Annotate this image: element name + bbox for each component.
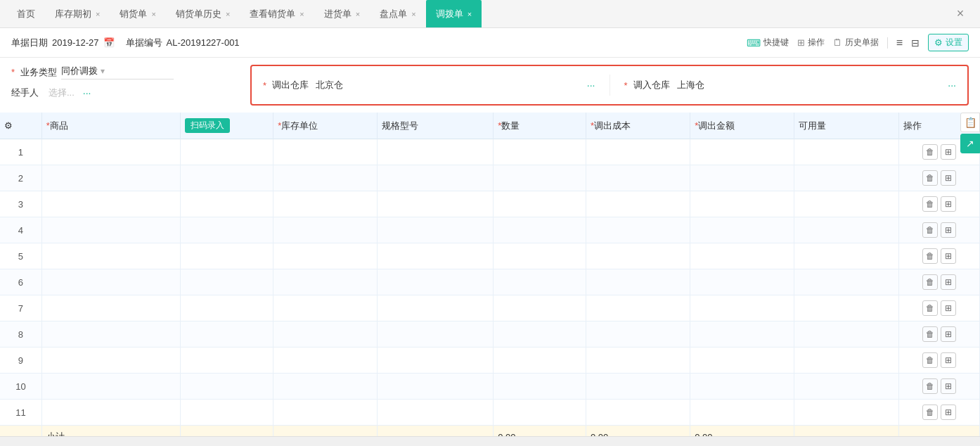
in-warehouse-required: * bbox=[624, 80, 628, 91]
delete-row-button[interactable]: 🗑 bbox=[922, 170, 938, 186]
delete-row-button[interactable]: 🗑 bbox=[922, 222, 938, 238]
tab-purchase[interactable]: 进货单 × bbox=[314, 0, 370, 27]
out-warehouse-field: * 调出仓库 北京仓 ··· bbox=[263, 79, 595, 91]
link-float-button[interactable]: ↗ bbox=[960, 134, 980, 153]
table-row: 7 🗑 ⊞ bbox=[0, 295, 980, 321]
close-tab-inventory-init[interactable]: × bbox=[96, 10, 100, 18]
tab-home[interactable]: 首页 bbox=[7, 0, 45, 27]
number-value: AL-20191227-001 bbox=[167, 37, 240, 48]
notes-float-button[interactable]: 📋 bbox=[960, 113, 980, 132]
link-icon: ↗ bbox=[966, 138, 974, 149]
grid-icon: ⊟ bbox=[911, 37, 920, 49]
shortcut-button[interactable]: ⌨ 快捷键 bbox=[747, 37, 789, 49]
window-close-button[interactable]: × bbox=[948, 1, 973, 27]
date-value[interactable]: 2019-12-27 bbox=[52, 37, 99, 48]
th-cost: *调出成本 bbox=[586, 113, 690, 139]
row-spec[interactable] bbox=[378, 139, 494, 165]
row-amount[interactable] bbox=[690, 139, 794, 165]
row-qty[interactable] bbox=[494, 139, 586, 165]
close-tab-transfer[interactable]: × bbox=[468, 10, 472, 18]
copy-row-button[interactable]: ⊞ bbox=[941, 352, 956, 368]
subtotal-qty: 0.00 bbox=[494, 426, 586, 437]
table-row: 6 🗑 ⊞ bbox=[0, 269, 980, 295]
copy-row-button[interactable]: ⊞ bbox=[941, 248, 956, 264]
copy-row-button[interactable]: ⊞ bbox=[941, 404, 956, 420]
close-tab-purchase[interactable]: × bbox=[356, 10, 360, 18]
copy-row-button[interactable]: ⊞ bbox=[941, 378, 956, 394]
table-row: 10 🗑 ⊞ bbox=[0, 374, 980, 400]
subtotal-cost: 0.00 bbox=[586, 426, 690, 437]
th-gear[interactable]: ⚙ bbox=[0, 113, 41, 139]
close-tab-sales-order[interactable]: × bbox=[151, 10, 155, 18]
copy-row-button[interactable]: ⊞ bbox=[941, 274, 956, 290]
biz-type-field: * 业务类型 同价调拨 ▾ bbox=[11, 65, 236, 79]
history-button[interactable]: 🗒 历史单据 bbox=[833, 37, 879, 49]
dropdown-arrow-icon: ▾ bbox=[101, 66, 105, 76]
list-view-button[interactable]: ≡ bbox=[896, 37, 903, 49]
delete-row-button[interactable]: 🗑 bbox=[922, 326, 938, 342]
scan-entry-button[interactable]: 扫码录入 bbox=[185, 118, 230, 133]
handler-more-button[interactable]: ··· bbox=[83, 87, 91, 98]
delete-row-button[interactable]: 🗑 bbox=[922, 378, 938, 394]
copy-row-button[interactable]: ⊞ bbox=[941, 170, 956, 186]
copy-row-button[interactable]: ⊞ bbox=[941, 326, 956, 342]
tab-sales-order[interactable]: 销货单 × bbox=[110, 0, 165, 27]
ops-button[interactable]: ⊞ 操作 bbox=[797, 37, 825, 49]
delete-row-button[interactable]: 🗑 bbox=[922, 352, 938, 368]
toolbar-row: 单据日期 2019-12-27 📅 单据编号 AL-20191227-001 ⌨… bbox=[0, 28, 980, 58]
in-warehouse-label: 调入仓库 bbox=[633, 79, 670, 91]
form-area: * 业务类型 同价调拨 ▾ 经手人 选择... ··· * 调出仓库 bbox=[0, 58, 980, 113]
copy-row-button[interactable]: ⊞ bbox=[941, 196, 956, 212]
biz-type-select[interactable]: 同价调拨 ▾ bbox=[61, 65, 174, 79]
number-field-group: 单据编号 AL-20191227-001 bbox=[126, 37, 240, 49]
row-product[interactable] bbox=[41, 139, 181, 165]
tab-inventory-check[interactable]: 盘点单 × bbox=[370, 0, 425, 27]
right-float-panel: 📋 ↗ bbox=[960, 113, 980, 153]
row-cost[interactable] bbox=[586, 139, 690, 165]
copy-row-button[interactable]: ⊞ bbox=[941, 144, 956, 160]
horizontal-scrollbar[interactable] bbox=[0, 436, 980, 446]
handler-field: 经手人 选择... ··· bbox=[11, 87, 236, 99]
delete-row-button[interactable]: 🗑 bbox=[922, 144, 938, 160]
tab-transfer[interactable]: 调拨单 × bbox=[426, 0, 482, 27]
notes-icon: 📋 bbox=[965, 117, 976, 128]
table-row: 2 🗑 ⊞ bbox=[0, 165, 980, 191]
copy-row-button[interactable]: ⊞ bbox=[941, 300, 956, 316]
table-row: 11 🗑 ⊞ bbox=[0, 400, 980, 426]
th-product: *商品 bbox=[41, 113, 181, 139]
th-scan: 扫码录入 bbox=[181, 113, 273, 139]
settings-button[interactable]: ⚙ 设置 bbox=[928, 34, 969, 51]
history-icon: 🗒 bbox=[833, 37, 842, 48]
th-unit: *库存单位 bbox=[273, 113, 378, 139]
calendar-icon[interactable]: 📅 bbox=[103, 37, 115, 48]
handler-placeholder[interactable]: 选择... bbox=[49, 87, 75, 99]
toolbar-right: ⌨ 快捷键 ⊞ 操作 🗒 历史单据 ≡ ⊟ bbox=[747, 34, 969, 51]
subtotal-row: 小计 0.00 0.00 0.00 bbox=[0, 426, 980, 437]
close-tab-inventory-check[interactable]: × bbox=[411, 10, 415, 18]
tab-bar: 首页 库存期初 × 销货单 × 销货单历史 × 查看销货单 × 进货单 × 盘点… bbox=[0, 0, 980, 28]
shortcut-icon: ⌨ bbox=[747, 37, 761, 49]
date-label: 单据日期 bbox=[11, 37, 48, 49]
delete-row-button[interactable]: 🗑 bbox=[922, 404, 938, 420]
tab-inventory-init[interactable]: 库存期初 × bbox=[45, 0, 110, 27]
toolbar-divider bbox=[887, 37, 888, 49]
th-spec: 规格型号 bbox=[378, 113, 494, 139]
in-warehouse-more-button[interactable]: ··· bbox=[948, 79, 956, 91]
out-warehouse-value[interactable]: 北京仓 bbox=[316, 79, 343, 91]
out-warehouse-required: * bbox=[263, 80, 266, 91]
delete-row-button[interactable]: 🗑 bbox=[922, 248, 938, 264]
warehouse-fields-panel: * 调出仓库 北京仓 ··· * 调入仓库 上海仓 ··· bbox=[250, 65, 969, 106]
delete-row-button[interactable]: 🗑 bbox=[922, 196, 938, 212]
tab-sales-history[interactable]: 销货单历史 × bbox=[166, 0, 240, 27]
in-warehouse-value[interactable]: 上海仓 bbox=[677, 79, 704, 91]
out-warehouse-more-button[interactable]: ··· bbox=[587, 79, 595, 91]
delete-row-button[interactable]: 🗑 bbox=[922, 300, 938, 316]
tab-view-sales[interactable]: 查看销货单 × bbox=[240, 0, 314, 27]
copy-row-button[interactable]: ⊞ bbox=[941, 222, 956, 238]
close-tab-view-sales[interactable]: × bbox=[299, 10, 304, 18]
row-unit[interactable] bbox=[273, 139, 378, 165]
grid-view-button[interactable]: ⊟ bbox=[911, 37, 920, 49]
close-tab-sales-history[interactable]: × bbox=[226, 10, 230, 18]
table-row: 5 🗑 ⊞ bbox=[0, 243, 980, 269]
delete-row-button[interactable]: 🗑 bbox=[922, 274, 938, 290]
